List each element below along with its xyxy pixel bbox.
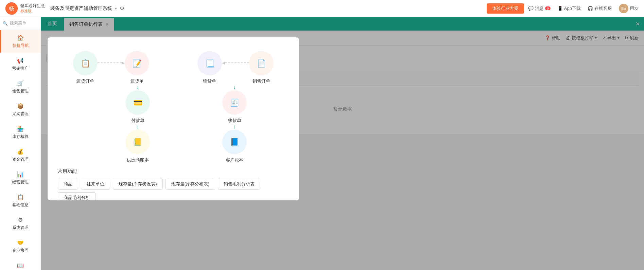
logo-area: 畅 畅库通好生意 标准版: [5, 2, 46, 15]
logo-subtitle: 畅库通好生意: [20, 3, 45, 9]
sidebar-item-label: 营销推广: [12, 66, 29, 71]
sidebar-item-label: 经营管理: [12, 179, 29, 185]
svg-text:📒: 📒: [133, 138, 143, 147]
customer-col: 📘 客户账本: [194, 130, 275, 163]
flow-node-sales-order[interactable]: 📄 销售订单: [249, 51, 274, 84]
sidebar-item-label: 快捷导航: [13, 43, 29, 49]
sidebar-item-label: 采购管理: [12, 111, 29, 117]
v-arrow-purchase: ↓: [71, 84, 153, 90]
sidebar-item-label: 库存核算: [12, 134, 29, 140]
v-arrow-payment: ↓: [71, 124, 153, 130]
sidebar-item-system[interactable]: ⚙ 系统管理: [0, 212, 40, 235]
v-arrow-sales: ↓: [194, 84, 275, 90]
sidebar-item-purchase[interactable]: 📦 采购管理: [0, 98, 40, 121]
func-btn-sales-margin[interactable]: 销售毛利分析表: [218, 179, 260, 190]
purchase-flow: 📋 进货订单 ▶ 📝 进货单: [73, 51, 149, 84]
flow-node-sales-bill[interactable]: 📃 销货单: [197, 51, 222, 84]
sidebar-item-marketing[interactable]: 📢 营销推广: [0, 53, 40, 75]
arrow-purchase: ▶: [98, 60, 125, 65]
guide-icon: 📖: [17, 262, 24, 269]
system-icon: ⚙: [17, 216, 24, 223]
user-area[interactable]: Ea 用友: [619, 4, 639, 13]
v-arrow-receipt: ↓: [194, 124, 275, 130]
receipt-circle: 🧾: [222, 90, 247, 115]
flow-node-supplier-ledger[interactable]: 📒 供应商账本: [125, 130, 150, 163]
sidebar-item-basic[interactable]: 📋 基础信息: [0, 189, 40, 212]
enterprise-icon: 🤝: [17, 239, 24, 246]
svg-text:📃: 📃: [205, 59, 214, 68]
settings-icon[interactable]: ⚙: [120, 5, 124, 12]
headset-icon: 🎧: [588, 6, 593, 11]
app-download-label: App下载: [564, 5, 581, 12]
message-icon: 💬: [528, 6, 534, 11]
sidebar-item-label: 系统管理: [12, 225, 29, 231]
sidebar: 🔍 搜索菜单 🏠 快捷导航 📢 营销推广 🛒 销售管理 📦 采购管理 🏪 库存核…: [0, 17, 41, 270]
search-icon: 🔍: [3, 21, 8, 26]
flow-node-receipt[interactable]: 🧾 收款单: [222, 90, 247, 124]
customer-ledger-circle: 📘: [222, 130, 247, 154]
app-download-button[interactable]: 📱 App下载: [557, 5, 581, 12]
sidebar-item-inventory[interactable]: 🏪 库存核算: [0, 121, 40, 144]
online-service-button[interactable]: 🎧 在线客服: [588, 5, 612, 12]
sales-order-circle: 📄: [249, 51, 274, 75]
logo-text: 畅库通好生意 标准版: [20, 3, 45, 14]
system-title: 装备及固定资产辅助管理系统: [50, 5, 112, 12]
sidebar-item-operation[interactable]: 📊 经营管理: [0, 166, 40, 189]
marketing-icon: 📢: [17, 57, 24, 64]
sidebar-item-label: 企业协同: [12, 248, 29, 253]
sales-icon: 🛒: [17, 79, 24, 87]
func-btn-stock-dist[interactable]: 现存量(库存分布表): [166, 179, 215, 190]
system-title-area: 装备及固定资产辅助管理系统 ▾ ⚙: [50, 5, 483, 12]
purchase-order-label: 进货订单: [76, 78, 94, 84]
svg-text:畅: 畅: [9, 6, 14, 12]
logo-label: 标准版: [20, 8, 45, 13]
flow-node-payment[interactable]: 💳 付款单: [125, 90, 150, 124]
basic-icon: 📋: [17, 193, 24, 201]
purchase-icon: 📦: [17, 102, 24, 110]
modal-overlay: 📋 进货订单 ▶ 📝 进货单: [41, 17, 644, 270]
common-functions-title: 常用功能: [58, 168, 289, 175]
svg-text:🧾: 🧾: [230, 98, 240, 107]
home-icon: 🏠: [17, 34, 24, 41]
vertical-arrows-row: ↓ ↓: [58, 84, 289, 90]
arrow-sales: ◀: [222, 60, 249, 65]
func-buttons-row-1: 商品 往来单位 现存量(库存状况表) 现存量(库存分布表) 销售毛利分析表 商品…: [58, 179, 289, 200]
try-industry-button[interactable]: 体验行业方案: [487, 3, 524, 14]
message-badge: 6: [545, 6, 551, 10]
message-label: 消息: [535, 5, 544, 12]
header-right: 💬 消息 6 📱 App下载 🎧 在线客服 Ea 用友: [528, 4, 639, 13]
vertical-arrows-row-2: ↓ ↓: [58, 124, 289, 130]
svg-text:📋: 📋: [81, 59, 90, 68]
svg-text:📄: 📄: [257, 59, 266, 68]
sidebar-item-sales[interactable]: 🛒 销售管理: [0, 75, 40, 98]
func-btn-contacts[interactable]: 往来单位: [81, 179, 110, 190]
dropdown-arrow-icon[interactable]: ▾: [115, 6, 117, 11]
sales-bill-label: 销货单: [203, 78, 216, 84]
flow-node-purchase-order[interactable]: 📋 进货订单: [73, 51, 98, 84]
user-avatar: Ea: [619, 4, 628, 13]
payment-label: 付款单: [131, 118, 144, 124]
top-header: 畅 畅库通好生意 标准版 装备及固定资产辅助管理系统 ▾ ⚙ 体验行业方案 💬 …: [0, 0, 644, 17]
customer-ledger-label: 客户账本: [226, 157, 243, 163]
sidebar-search[interactable]: 🔍 搜索菜单: [0, 17, 40, 30]
flow-node-purchase-bill[interactable]: 📝 进货单: [125, 51, 149, 84]
supplier-ledger-circle: 📒: [125, 130, 150, 154]
sales-bill-circle: 📃: [197, 51, 222, 75]
sidebar-item-guide[interactable]: 📖 新手引导: [0, 257, 40, 270]
finance-icon: 💰: [17, 148, 24, 155]
purchase-bill-circle: 📝: [125, 51, 149, 75]
quick-guide-modal: 📋 进货订单 ▶ 📝 进货单: [48, 37, 299, 200]
common-functions-section: 常用功能 商品 往来单位 现存量(库存状况表) 现存量(库存分布表) 销售毛利分…: [58, 163, 289, 200]
func-btn-product[interactable]: 商品: [58, 179, 78, 190]
sidebar-item-finance[interactable]: 💰 资金管理: [0, 144, 40, 166]
message-button[interactable]: 💬 消息 6: [528, 5, 551, 12]
phone-icon: 📱: [557, 6, 563, 11]
flow-node-customer-ledger[interactable]: 📘 客户账本: [222, 130, 247, 163]
payment-col: 💳 付款单: [71, 90, 153, 124]
func-btn-stock-status[interactable]: 现存量(库存状况表): [113, 179, 163, 190]
sidebar-item-enterprise[interactable]: 🤝 企业协同: [0, 235, 40, 257]
operation-icon: 📊: [17, 170, 24, 178]
supplier-col: 📒 供应商账本: [71, 130, 153, 163]
func-btn-product-margin[interactable]: 商品毛利分析: [58, 192, 96, 200]
sidebar-item-quick-nav[interactable]: 🏠 快捷导航: [0, 30, 40, 53]
